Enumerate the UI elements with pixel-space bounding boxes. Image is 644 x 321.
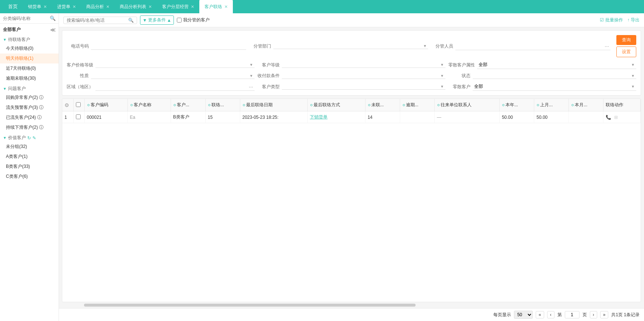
sort-no-contact-icon[interactable]: ≎ (368, 103, 371, 107)
section-arrow-value: ▼ (3, 136, 7, 140)
sidebar-search-input[interactable] (3, 16, 48, 21)
nav-customer-contact[interactable]: 客户联络 ✕ (199, 0, 233, 13)
first-page-btn[interactable]: « (536, 311, 544, 318)
filter-payment: 收付款条件 ▼ (258, 73, 445, 79)
cell-last-date: 2023-05-23 18:25: (240, 111, 307, 123)
sort-last-type-icon[interactable]: ≎ (310, 103, 313, 107)
sort-this-month-icon[interactable]: ≎ (571, 103, 574, 107)
next-page-btn[interactable]: › (590, 311, 597, 318)
sort-name-icon[interactable]: ≎ (130, 103, 133, 107)
select-all-checkbox[interactable] (76, 102, 81, 107)
sidebar-section-value: ▼ 价值客户 ↻ ✎ (0, 132, 59, 142)
search-input[interactable] (67, 18, 127, 23)
my-customers-checkbox-label[interactable]: 我分管的客户 (177, 17, 210, 23)
value-refresh-icon[interactable]: ↻ (27, 135, 31, 141)
sort-last-date-icon[interactable]: ≎ (242, 103, 245, 107)
cell-contact-count: 15 (205, 111, 240, 123)
main-layout: 🔍 全部客户 ≪ ▼ 待联络客户 今天待联络(0) 明天待联络(1) 近7天待联… (0, 13, 644, 321)
my-customers-checkbox[interactable] (177, 18, 182, 23)
nature-chevron-icon: ▼ (249, 74, 253, 78)
search-icon[interactable]: 🔍 (128, 18, 134, 23)
gear-icon[interactable]: ⚙ (64, 102, 69, 108)
nav-home[interactable]: 首页 (3, 0, 23, 13)
filter-phone: 电话号码 (67, 43, 246, 50)
filter-payment-label: 收付款条件 (258, 73, 280, 79)
nav-product-analysis-list[interactable]: 商品分析列表 ✕ (115, 0, 157, 13)
price-level-chevron-icon: ▼ (249, 63, 253, 67)
sort-contact-count-icon[interactable]: ≎ (208, 103, 211, 107)
filter-dept-select[interactable]: ▼ (273, 43, 428, 49)
search-box: 🔍 (63, 17, 137, 24)
more-filter-label: 更多条件 (148, 17, 166, 23)
sidebar-item-declining[interactable]: 持续下滑客户(2) ⓘ (0, 122, 59, 132)
nav-product-analysis-list-close[interactable]: ✕ (148, 4, 152, 9)
nav-product-analysis-close[interactable]: ✕ (106, 4, 109, 9)
query-button[interactable]: 查询 (616, 35, 636, 45)
col-contact-count: ≎联络... (205, 99, 240, 111)
filter-manager-dots[interactable]: ··· (605, 43, 609, 49)
filter-customer-level-label: 客户等级 (258, 62, 280, 68)
nav-sales[interactable]: 销货单 ✕ (23, 0, 52, 13)
cell-type: B类客户 (171, 111, 205, 123)
sidebar-item-overdue-contact[interactable]: 逾期未联络(30) (0, 73, 59, 83)
cell-last-type[interactable]: 下销货单 (307, 111, 365, 123)
sort-last-month-icon[interactable]: ≎ (536, 103, 539, 107)
sidebar-item-today-contact[interactable]: 今天待联络(0) (0, 44, 59, 54)
last-page-btn[interactable]: » (600, 311, 609, 318)
sidebar-item-churn-warning[interactable]: 流失预警客户(3) ⓘ (0, 103, 59, 113)
filter-price-level-select[interactable]: ▼ (95, 62, 255, 68)
more-filter-btn[interactable]: ▼ 更多条件 ▲ (140, 15, 174, 25)
sort-type-icon[interactable]: ≎ (173, 103, 176, 107)
sidebar-item-a-class[interactable]: A类客户(1) (0, 152, 59, 162)
payment-chevron-icon: ▼ (440, 74, 444, 78)
sidebar-item-repurchase-abnormal[interactable]: 回购异常客户(2) ⓘ (0, 93, 59, 103)
filter-payment-select[interactable]: ▼ (282, 73, 445, 79)
horizontal-scrollbar[interactable] (62, 304, 641, 307)
nav-customer-tier-close[interactable]: ✕ (191, 4, 194, 9)
sidebar-item-tomorrow-contact[interactable]: 明天待联络(1) (0, 54, 59, 63)
filter-price-level-label: 客户价格等级 (67, 62, 93, 68)
filter-nature-select[interactable]: ▼ (91, 73, 255, 79)
sidebar-collapse-btn[interactable]: ≪ (50, 27, 56, 33)
nav-purchase[interactable]: 进货单 ✕ (52, 0, 81, 13)
nav-customer-tier[interactable]: 客户分层经营 ✕ (157, 0, 199, 13)
setting-button[interactable]: 设置 (616, 46, 636, 57)
nav-sales-close[interactable]: ✕ (43, 4, 47, 9)
advanced-filter-panel: 电话号码 分管部门 ▼ 分管人员 ··· 查询 (62, 30, 641, 96)
nav-customer-contact-close[interactable]: ✕ (224, 4, 228, 9)
filter-scatter-customer-select[interactable]: 全部 ▼ (473, 83, 636, 91)
sidebar-item-b-class[interactable]: B类客户(33) (0, 162, 59, 172)
per-page-select[interactable]: 50 100 200 (514, 311, 533, 319)
content-area: 🔍 ▼ 更多条件 ▲ 我分管的客户 ☑ 批量操作 ↑ 导出 (59, 13, 644, 321)
sidebar-search-area: 🔍 (0, 13, 59, 24)
filter-customer-type-select[interactable]: ▼ (282, 84, 445, 90)
filter-region-dots[interactable]: ··· (249, 84, 253, 90)
page-input[interactable] (565, 311, 580, 318)
filter-customer-level-select[interactable]: ▼ (282, 62, 445, 68)
export-btn[interactable]: ↑ 导出 (627, 17, 640, 23)
row-checkbox[interactable] (76, 114, 81, 119)
bulk-action-btn[interactable]: ☑ 批量操作 (600, 17, 623, 23)
sort-contact-person-icon[interactable]: ≎ (437, 103, 440, 107)
sort-code-icon[interactable]: ≎ (87, 103, 90, 107)
top-nav: 首页 销货单 ✕ 进货单 ✕ 商品分析 ✕ 商品分析列表 ✕ 客户分层经营 ✕ … (0, 0, 644, 13)
nav-product-analysis[interactable]: 商品分析 ✕ (81, 0, 115, 13)
sidebar-item-c-class[interactable]: C类客户(6) (0, 172, 59, 182)
sidebar-item-7day-contact[interactable]: 近7天待联络(0) (0, 63, 59, 73)
filter-phone-input[interactable] (91, 43, 246, 50)
grid-action-icon[interactable]: ⊞ (614, 115, 618, 120)
sidebar-item-ungrouped[interactable]: 未分组(32) (0, 142, 59, 152)
nav-purchase-close[interactable]: ✕ (73, 4, 76, 9)
col-actions: 联络动作 (603, 99, 641, 111)
sidebar-item-churned[interactable]: 已流失客户(24) ⓘ (0, 113, 59, 122)
col-code: ≎客户编码 (84, 99, 127, 111)
value-edit-icon[interactable]: ✎ (32, 135, 36, 141)
prev-page-btn[interactable]: ‹ (547, 311, 554, 318)
filter-status-select[interactable]: ▼ (473, 73, 636, 79)
phone-action-icon[interactable]: 📞 (606, 115, 611, 120)
cell-actions: 📞 ⊞ (603, 111, 641, 123)
filter-scatter-attr-select[interactable]: 全部 ▼ (477, 61, 636, 69)
sidebar-search-icon[interactable]: 🔍 (50, 15, 56, 21)
sort-this-year-icon[interactable]: ≎ (502, 103, 505, 107)
sort-overdue-icon[interactable]: ≎ (402, 103, 405, 107)
